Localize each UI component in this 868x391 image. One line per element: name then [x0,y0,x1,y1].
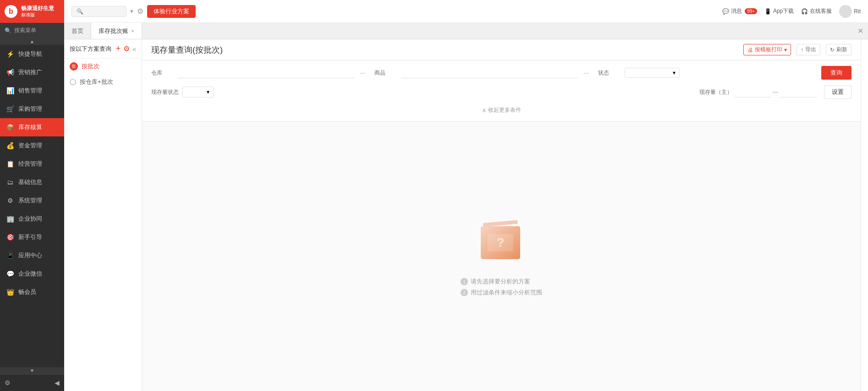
dropdown-arrow-icon[interactable]: ▾ [130,8,133,15]
user-name: Rit [854,8,861,15]
query-header: 现存量查询(按批次) 🖨 按模板打印 ▾ ↑ 导出 ↻ 刷新 [142,39,861,60]
sidebar-item-marketing[interactable]: 📢 营销推广 [0,63,64,81]
filter-scheme-by-batch[interactable]: 批 按批次 [64,59,142,74]
filter-bar: 仓库 ··· 商品 ··· 状态 ▾ [142,60,861,122]
sidebar: b 畅康通好生意 标准版 🔍 搜索菜单 ▲ ⚡ 快捷导航 📢 营销推广 📊 销售… [0,0,64,391]
sidebar-item-guide[interactable]: 🎯 新手引导 [0,228,64,246]
sidebar-collapse-icon[interactable]: ◀ [55,379,60,386]
quick-nav-label: 快捷导航 [18,50,42,58]
sidebar-item-operations[interactable]: 📋 经营管理 [0,155,64,173]
empty-state: ? 1 请先 [461,213,542,299]
print-template-button[interactable]: 🖨 按模板打印 ▾ [743,44,791,55]
product-label: 商品 [374,69,397,77]
filter-panel-title: 按以下方案查询 [70,45,111,53]
print-dropdown-icon[interactable]: ▾ [784,47,787,53]
app-center-label: 应用中心 [18,251,42,260]
system-label: 系统管理 [18,196,42,205]
quick-nav-icon: ⚡ [5,49,15,59]
marketing-icon: 📢 [5,68,15,77]
guide-icon: 🎯 [5,233,15,242]
tab-home[interactable]: 首页 [64,23,91,39]
status-select[interactable]: ▾ [625,68,680,78]
sidebar-item-app-center[interactable]: 📱 应用中心 [0,246,64,265]
logo-icon: b [5,5,17,18]
inventory-status-label: 现存量状态 [151,88,179,96]
batch-icon: 批 [70,62,78,71]
refresh-button[interactable]: ↻ 刷新 [826,44,852,55]
headset-icon: 🎧 [801,8,808,15]
sidebar-settings-icon[interactable]: ⚙ [5,379,11,386]
marketing-label: 营销推广 [18,68,42,76]
sidebar-scroll-up[interactable]: ▲ [0,38,64,45]
scheme-settings-icon[interactable]: ⚙ [123,44,130,53]
sidebar-scroll-down[interactable]: ▼ [0,367,64,374]
add-scheme-icon[interactable]: + [116,44,121,54]
filter-panel: 按以下方案查询 + ⚙ « 批 按批次 按仓库+批次 [64,39,142,391]
tab-inventory-batch[interactable]: 库存批次账 × [91,23,142,39]
inventory-qty-label: 现存量（主） [699,88,732,96]
settings-button[interactable]: 设置 [824,85,852,99]
finance-icon: 💰 [5,141,15,150]
product-dots[interactable]: ··· [582,69,591,76]
system-icon: ⚙ [5,196,15,205]
sidebar-item-quick-nav[interactable]: ⚡ 快捷导航 [0,45,64,63]
online-service-button[interactable]: 🎧 在线客服 [801,7,832,15]
query-area: 现存量查询(按批次) 🖨 按模板打印 ▾ ↑ 导出 ↻ 刷新 [142,39,861,391]
inventory-tab-label: 库存批次账 [99,27,128,35]
wechat-label: 企业微信 [18,270,42,278]
edition-label: 标准版 [21,12,54,18]
topbar: 🔍 ▾ ⚙ 体验行业方案 💬 消息 99+ 📱 App下载 🎧 在线客服 Ri [64,0,868,23]
member-label: 畅会员 [18,288,36,296]
global-search[interactable]: 🔍 [71,6,126,17]
inventory-status-filter: 现存量状态 ▾ [151,87,692,98]
inventory-status-dropdown-icon: ▾ [207,89,209,95]
sidebar-header: b 畅康通好生意 标准版 [0,0,64,23]
panel-collapse-icon[interactable]: « [132,45,136,53]
app-download-label: App下载 [773,7,794,15]
warehouse-dots[interactable]: ··· [358,69,368,76]
message-badge: 99+ [745,8,757,14]
sidebar-item-enterprise[interactable]: 🏢 企业协同 [0,210,64,228]
enterprise-label: 企业协同 [18,215,42,223]
sidebar-item-inventory[interactable]: 📦 库存核算 [0,118,64,136]
collapse-icon: ∧ [482,107,486,114]
warehouse-input[interactable] [178,68,355,78]
user-avatar-button[interactable]: Rit [839,5,861,18]
tip-2-text: 用过滤条件来缩小分析范围 [471,288,542,297]
filter-row-2: 现存量状态 ▾ 现存量（主） — 设置 [151,85,852,99]
online-service-label: 在线客服 [810,7,832,15]
message-button[interactable]: 💬 消息 99+ [722,7,757,15]
app-download-button[interactable]: 📱 App下载 [764,7,794,15]
trial-button[interactable]: 体验行业方案 [147,5,196,18]
sidebar-item-purchase[interactable]: 🛒 采购管理 [0,100,64,118]
company-name: 畅康通好生意 [21,5,54,12]
export-button[interactable]: ↑ 导出 [797,44,820,55]
qty-to-input[interactable] [780,87,817,98]
purchase-icon: 🛒 [5,104,15,114]
product-filter: 商品 ··· [374,68,590,78]
header-text: 畅康通好生意 标准版 [21,5,54,18]
product-input[interactable] [401,68,578,78]
search-menu[interactable]: 🔍 搜索菜单 [0,23,64,38]
tab-area-close[interactable]: ✕ [853,23,868,39]
qty-from-input[interactable] [734,87,771,98]
filter-panel-actions: + ⚙ « [116,44,136,54]
sidebar-item-finance[interactable]: 💰 资金管理 [0,136,64,155]
sidebar-item-basic[interactable]: 🗂 基础信息 [0,173,64,191]
tab-close-icon[interactable]: × [131,28,134,34]
settings-gear-icon[interactable]: ⚙ [137,7,143,16]
sidebar-item-sales[interactable]: 📊 销售管理 [0,81,64,100]
page-title: 现存量查询(按批次) [151,44,223,55]
inventory-status-dropdown[interactable]: ▾ [182,87,214,98]
sidebar-item-system[interactable]: ⚙ 系统管理 [0,191,64,210]
enterprise-icon: 🏢 [5,214,15,223]
filter-scheme-by-warehouse-batch[interactable]: 按仓库+批次 [64,74,142,90]
sidebar-nav: ⚡ 快捷导航 📢 营销推广 📊 销售管理 🛒 采购管理 📦 库存核算 💰 资金管… [0,45,64,367]
warehouse-filter: 仓库 ··· [151,68,367,78]
tip-1-num: 1 [461,278,468,285]
sidebar-item-member[interactable]: 👑 畅会员 [0,283,64,301]
collapse-button[interactable]: ∧ 收起更多条件 [151,104,852,116]
search-label: 搜索菜单 [14,27,36,34]
query-button[interactable]: 查询 [821,66,852,80]
sidebar-item-wechat[interactable]: 💬 企业微信 [0,265,64,283]
